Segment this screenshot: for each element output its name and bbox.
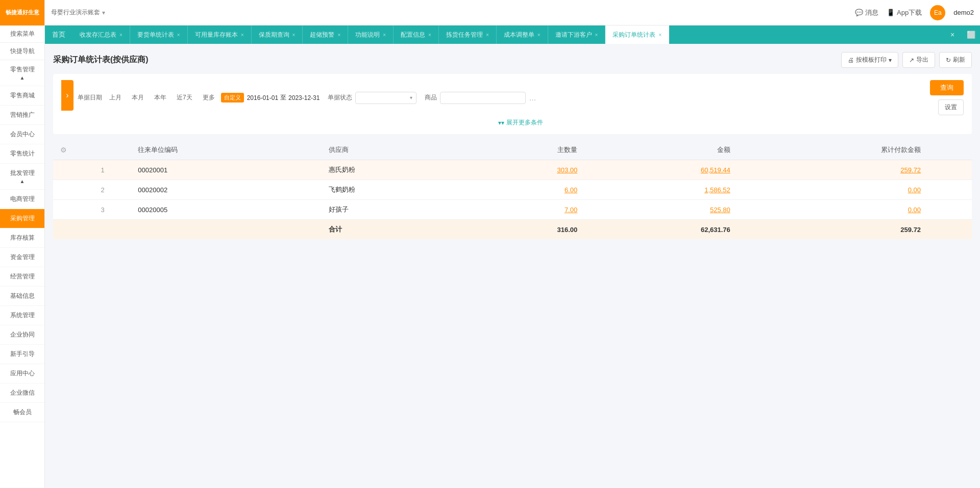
footer-amount-cell: 62,631.76	[583, 220, 737, 240]
sidebar-item-wholesale-mgmt[interactable]: 批发管理▲	[0, 164, 44, 190]
expand-icon: ▾▾	[498, 119, 504, 126]
sidebar-item-inventory[interactable]: 库存核算	[0, 228, 44, 248]
date-this-year[interactable]: 本年	[150, 92, 170, 103]
maximize-icon: ⬜	[967, 31, 975, 39]
goods-filter: 商品 …	[425, 92, 536, 104]
date-last-month[interactable]: 上月	[105, 92, 126, 103]
export-icon: ↗	[909, 57, 914, 64]
date-this-month[interactable]: 本月	[128, 92, 148, 103]
user-name[interactable]: demo2	[953, 9, 974, 16]
sidebar-search[interactable]: 搜索菜单	[0, 25, 44, 43]
footer-paid-amount-cell: 259.72	[737, 220, 927, 240]
tab-close-icon[interactable]: ×	[119, 32, 122, 38]
tab-close-icon[interactable]: ×	[383, 32, 386, 38]
sidebar-item-operations[interactable]: 经营管理	[0, 267, 44, 287]
sidebar-item-new-guide[interactable]: 新手引导	[0, 345, 44, 364]
sidebar-item-marketing[interactable]: 营销推广	[0, 106, 44, 125]
row-supplier-name: 惠氏奶粉	[323, 160, 464, 180]
top-nav: 母婴行业演示账套 ▾ 💬 消息 📱 App下载 Ea demo2	[45, 0, 980, 25]
row-extra-cell	[927, 160, 972, 180]
tab-close-icon[interactable]: ×	[241, 32, 244, 38]
message-btn[interactable]: 💬 消息	[855, 8, 878, 17]
tab-func-desc[interactable]: 功能说明×	[348, 25, 394, 44]
template-print-button[interactable]: 🖨 按模板打印 ▾	[841, 52, 898, 68]
sidebar-item-member-center[interactable]: 会员中心	[0, 125, 44, 144]
refresh-button[interactable]: ↻ 刷新	[939, 52, 972, 68]
tab-collect-pay[interactable]: 收发存汇总表×	[72, 25, 130, 44]
tab-close-icon[interactable]: ×	[177, 32, 180, 38]
query-btn-group: 查询 设置	[930, 80, 964, 115]
tab-close-icon[interactable]: ×	[658, 32, 662, 38]
avatar[interactable]: Ea	[930, 5, 945, 20]
app-download-btn[interactable]: 📱 App下载	[887, 8, 922, 17]
tab-cost-adjust[interactable]: 成本调整单×	[497, 25, 548, 44]
sidebar-item-retail-stats[interactable]: 零售统计	[0, 144, 44, 164]
date-7days[interactable]: 近7天	[173, 92, 197, 103]
row-extra-cell	[927, 200, 972, 220]
row-paid-amount[interactable]: 259.72	[737, 160, 927, 180]
sidebar-item-retail-mgmt[interactable]: 零售管理▲	[0, 60, 44, 86]
tab-close-icon[interactable]: ×	[537, 32, 541, 38]
tab-pick-task[interactable]: 拣货任务管理×	[439, 25, 497, 44]
date-range: 2016-01-01 至 2023-12-31	[247, 93, 320, 102]
close-all-tabs-btn[interactable]: ×	[943, 25, 962, 44]
sidebar-item-label: 企业协同	[10, 330, 35, 339]
tab-close-icon[interactable]: ×	[486, 32, 489, 38]
sidebar-item-system-mgmt[interactable]: 系统管理	[0, 306, 44, 325]
table-settings-icon[interactable]: ⚙	[60, 146, 67, 154]
sidebar-item-vip-member[interactable]: 畅会员	[0, 403, 44, 422]
sidebar-item-enterprise-collab[interactable]: 企业协同	[0, 325, 44, 345]
row-paid-amount[interactable]: 0.00	[737, 200, 927, 220]
sidebar-quick-nav[interactable]: 快捷导航	[0, 43, 44, 60]
sidebar-item-purchase-mgmt[interactable]: 采购管理	[0, 209, 44, 228]
app-icon: 📱	[887, 9, 895, 16]
expand-more-btn[interactable]: ▾▾ 展开更多条件	[78, 118, 964, 127]
tab-purchase-order-stats[interactable]: 采购订单统计表×	[605, 25, 669, 44]
row-seq: 2	[74, 180, 132, 200]
tab-invite-customer[interactable]: 邀请下游客户×	[548, 25, 606, 44]
tab-close-icon[interactable]: ×	[595, 32, 598, 38]
export-button[interactable]: ↗ 导出	[902, 52, 935, 68]
maximize-btn[interactable]: ⬜	[962, 25, 980, 44]
sidebar-item-ecommerce[interactable]: 电商管理	[0, 190, 44, 209]
tab-purchase-stats[interactable]: 要货单统计表×	[130, 25, 188, 44]
tab-home[interactable]: 首页	[45, 25, 72, 44]
date-filter: 单据日期 上月 本月 本年 近7天 更多 自定义 2016-01-01	[78, 92, 320, 103]
row-paid-amount[interactable]: 0.00	[737, 180, 927, 200]
goods-input[interactable]	[440, 92, 526, 104]
sidebar-item-label: 应用中心	[10, 369, 35, 378]
sidebar-item-app-center[interactable]: 应用中心	[0, 364, 44, 383]
filter-collapse-btn[interactable]: ›	[61, 80, 74, 111]
tab-available-stock[interactable]: 可用量库存账本×	[188, 25, 252, 44]
filter-area: › 单据日期 上月 本月 本年 近7天 更多 自定义	[53, 74, 972, 134]
row-amount[interactable]: 60,519.44	[583, 160, 737, 180]
row-qty[interactable]: 303.00	[464, 160, 583, 180]
sidebar-item-label: 资金管理	[10, 253, 35, 262]
settings-button[interactable]: 设置	[938, 99, 964, 115]
tab-close-icon[interactable]: ×	[428, 32, 431, 38]
date-more[interactable]: 更多	[199, 92, 219, 103]
status-select[interactable]	[355, 92, 416, 104]
tab-warranty[interactable]: 保质期查询×	[252, 25, 303, 44]
tab-config-info[interactable]: 配置信息×	[394, 25, 439, 44]
query-button[interactable]: 查询	[930, 80, 964, 95]
row-qty[interactable]: 7.00	[464, 200, 583, 220]
more-filters-icon[interactable]: …	[529, 94, 536, 102]
sidebar-item-retail-store[interactable]: 零售商城	[0, 86, 44, 106]
tab-close-icon[interactable]: ×	[337, 32, 340, 38]
tab-overstock-warn[interactable]: 超储预警×	[303, 25, 348, 44]
row-amount[interactable]: 525.80	[583, 200, 737, 220]
page-actions: 🖨 按模板打印 ▾ ↗ 导出 ↻ 刷新	[841, 52, 972, 68]
sidebar-item-finance[interactable]: 资金管理	[0, 248, 44, 267]
page-title: 采购订单统计表(按供应商)	[53, 55, 149, 65]
row-amount[interactable]: 1,586.52	[583, 180, 737, 200]
sidebar-item-basic-info[interactable]: 基础信息	[0, 287, 44, 306]
tab-close-icon[interactable]: ×	[292, 32, 296, 38]
table-row: 200020002飞鹤奶粉6.001,586.520.00	[53, 180, 972, 200]
footer-qty-cell: 316.00	[464, 220, 583, 240]
sidebar-item-enterprise-wechat[interactable]: 企业微信	[0, 383, 44, 403]
row-qty[interactable]: 6.00	[464, 180, 583, 200]
col-settings: ⚙	[53, 140, 74, 160]
sidebar: 畅捷通好生意 搜索菜单 快捷导航 零售管理▲零售商城营销推广会员中心零售统计批发…	[0, 0, 45, 488]
message-icon: 💬	[855, 9, 863, 16]
